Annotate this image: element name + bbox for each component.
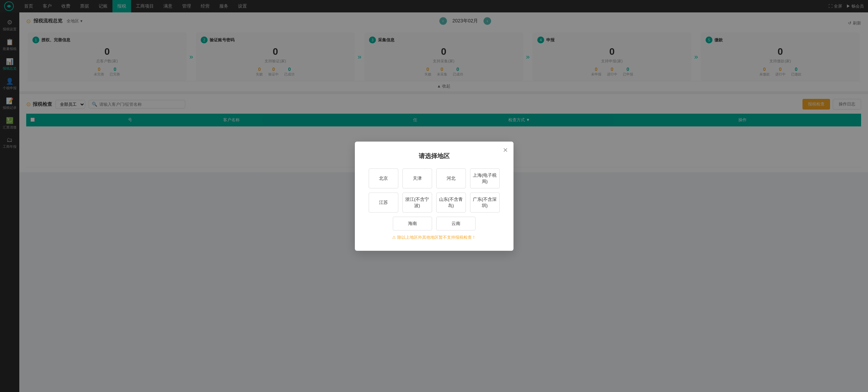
region-btn-hebei[interactable]: 河北 <box>436 168 466 188</box>
region-btn-yunnan[interactable]: 云南 <box>436 217 476 230</box>
region-btn-shanghai[interactable]: 上海(电子税局) <box>470 168 500 188</box>
region-btn-hainan[interactable]: 海南 <box>393 217 432 230</box>
region-btn-jiangsu[interactable]: 江苏 <box>369 193 398 213</box>
region-btn-tianjin[interactable]: 天津 <box>402 168 432 188</box>
warning-text: 除以上地区外其他地区暂不支持报税检查！ <box>397 235 476 240</box>
warning-icon: ⚠ <box>392 235 396 240</box>
modal-overlay[interactable]: ✕ 请选择地区 北京 天津 河北 上海(电子税局) 江苏 浙江(不含宁波) 山东… <box>0 0 868 392</box>
modal-close-button[interactable]: ✕ <box>503 146 508 154</box>
region-btn-guangdong[interactable]: 广东(不含深圳) <box>470 193 500 213</box>
region-grid-row2: 江苏 浙江(不含宁波) 山东(不含青岛) 广东(不含深圳) <box>369 193 500 213</box>
region-btn-beijing[interactable]: 北京 <box>369 168 398 188</box>
region-btn-zhejiang[interactable]: 浙江(不含宁波) <box>402 193 432 213</box>
modal-title: 请选择地区 <box>369 152 500 160</box>
region-select-modal: ✕ 请选择地区 北京 天津 河北 上海(电子税局) 江苏 浙江(不含宁波) 山东… <box>355 142 513 251</box>
region-grid-row3: 海南 云南 <box>393 217 476 230</box>
region-btn-shandong[interactable]: 山东(不含青岛) <box>436 193 466 213</box>
region-grid-row1: 北京 天津 河北 上海(电子税局) <box>369 168 500 188</box>
modal-warning: ⚠ 除以上地区外其他地区暂不支持报税检查！ <box>369 235 500 240</box>
